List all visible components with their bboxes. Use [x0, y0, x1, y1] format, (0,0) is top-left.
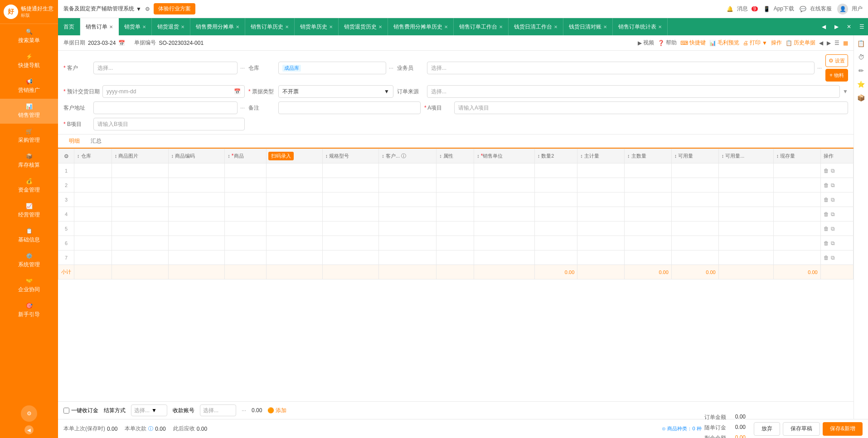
row-cell[interactable]: [379, 236, 436, 250]
receipt-more-btn[interactable]: ···: [242, 407, 246, 414]
col-main-unit[interactable]: ↕ 主计量: [577, 149, 625, 164]
warehouse-more-btn[interactable]: ···: [389, 65, 393, 71]
history-btn[interactable]: 📋 历史单据: [786, 39, 815, 47]
tab-home[interactable]: 首页: [58, 18, 80, 35]
title-dropdown-icon[interactable]: ▼: [136, 6, 141, 12]
settlement-select[interactable]: 选择... ▼: [131, 404, 167, 416]
row-cell[interactable]: [534, 207, 577, 221]
row-cell[interactable]: [671, 207, 718, 221]
salesperson-input[interactable]: 选择...: [427, 62, 815, 74]
row-cell[interactable]: [225, 164, 267, 178]
row-cell[interactable]: [625, 250, 672, 265]
row-cell[interactable]: [718, 250, 773, 265]
save-new-btn[interactable]: 保存&新增: [823, 422, 863, 436]
sidebar-collapse-btn[interactable]: ◀: [24, 425, 34, 434]
row-cell[interactable]: [577, 193, 625, 207]
row-cell[interactable]: [112, 193, 168, 207]
row-cell[interactable]: [718, 193, 773, 207]
row-cell[interactable]: [112, 236, 168, 250]
one-click-payment-checkbox[interactable]: 一键收订金: [63, 407, 98, 414]
row-cell[interactable]: [625, 164, 672, 178]
row-cell[interactable]: [718, 236, 773, 250]
next-record-btn[interactable]: ▶: [827, 40, 831, 46]
rfloat-btn-4[interactable]: ⭐: [855, 78, 868, 91]
row-cell[interactable]: [773, 193, 820, 207]
order-source-input[interactable]: 选择...: [427, 85, 840, 98]
tab-daily-workbench[interactable]: 钱货日清工作台 ✕: [509, 18, 563, 35]
add-receipt-btn[interactable]: 🟠 添加: [267, 407, 286, 414]
customer-more-btn[interactable]: ···: [240, 65, 245, 71]
discard-btn[interactable]: 放弃: [754, 422, 780, 436]
row-cell[interactable]: [74, 221, 112, 236]
row-cell[interactable]: [773, 250, 820, 265]
row-cell[interactable]: [625, 178, 672, 193]
tab-close-workbench[interactable]: ✕: [499, 24, 503, 29]
tab-next-btn[interactable]: ▶: [830, 18, 843, 35]
row-cell[interactable]: [718, 221, 773, 236]
row-cell[interactable]: [74, 207, 112, 221]
sidebar-item-inventory[interactable]: 📦 库存核算: [0, 149, 58, 173]
receipt-select[interactable]: 选择...: [200, 404, 236, 416]
prev-record-btn[interactable]: ◀: [819, 40, 823, 46]
user-group[interactable]: 👤 用户: [837, 4, 863, 14]
solution-btn[interactable]: 体验行业方案: [154, 3, 195, 14]
row-cell[interactable]: [625, 193, 672, 207]
row-delete-icon[interactable]: 🗑: [824, 168, 829, 174]
row-cell[interactable]: [168, 236, 225, 250]
row-cell[interactable]: [474, 178, 535, 193]
address-input[interactable]: [93, 101, 238, 114]
col-settings[interactable]: ⚙: [58, 149, 74, 164]
sidebar-item-finance[interactable]: 💰 资金管理: [0, 173, 58, 198]
row-cell[interactable]: [718, 178, 773, 193]
settings-action-btn[interactable]: ⚙设置: [825, 54, 848, 67]
row-cell[interactable]: [671, 236, 718, 250]
tab-prev-btn[interactable]: ◀: [817, 18, 830, 35]
row-cell[interactable]: [379, 193, 436, 207]
sidebar-item-guide[interactable]: 🎯 新手引导: [0, 298, 58, 323]
row-cell[interactable]: [436, 207, 474, 221]
tab-close-reconcile[interactable]: ✕: [603, 24, 607, 29]
rfloat-btn-3[interactable]: ✏: [855, 64, 868, 77]
col-unit[interactable]: ↕ *销售单位: [474, 149, 535, 164]
col-warehouse[interactable]: ↕ 仓库: [74, 149, 112, 164]
tab-menu-btn[interactable]: ☰: [855, 18, 868, 35]
col-scan[interactable]: 扫码录入: [267, 149, 323, 164]
tab-reconcile[interactable]: 钱货日清对账 ✕: [563, 18, 613, 35]
row-cell[interactable]: [168, 164, 225, 178]
row-cell[interactable]: [436, 178, 474, 193]
row-cell[interactable]: [379, 164, 436, 178]
tab-invoice-history[interactable]: 销货单历史 ✕: [295, 18, 339, 35]
row-copy-icon[interactable]: ⧉: [831, 168, 835, 174]
row-cell[interactable]: [773, 178, 820, 193]
notification-group[interactable]: 🔔 消息 9: [727, 5, 758, 13]
row-cell[interactable]: [625, 236, 672, 250]
tab-cost-history[interactable]: 销售费用分摊单历史 ✕: [388, 18, 454, 35]
row-cell[interactable]: [474, 164, 535, 178]
row-cell[interactable]: [74, 236, 112, 250]
col-main-qty[interactable]: ↕ 主数量: [625, 149, 672, 164]
customer-input[interactable]: 选择...: [93, 62, 238, 74]
row-cell[interactable]: [168, 193, 225, 207]
tab-close-sales-invoice[interactable]: ✕: [142, 24, 146, 29]
topbar-gear-icon[interactable]: ⚙: [145, 6, 150, 12]
tab-workbench[interactable]: 销售订单工作台 ✕: [454, 18, 509, 35]
col-attr[interactable]: ↕ 属性: [436, 149, 474, 164]
print-btn[interactable]: 🖨 打印 ▼: [743, 39, 767, 47]
address-more-btn[interactable]: ···: [240, 105, 245, 111]
row-cell[interactable]: [436, 221, 474, 236]
scan-btn[interactable]: 扫码录入: [268, 152, 294, 160]
row-cell[interactable]: [718, 164, 773, 178]
profit-preview-btn[interactable]: 📊 毛利预览: [709, 39, 739, 47]
row-cell[interactable]: [74, 178, 112, 193]
row-cell[interactable]: [436, 236, 474, 250]
one-click-checkbox-input[interactable]: [63, 408, 69, 414]
sidebar-item-enterprise[interactable]: 🤝 企业协同: [0, 273, 58, 298]
row-cell[interactable]: [534, 193, 577, 207]
row-cell[interactable]: [112, 250, 168, 265]
row-cell[interactable]: [534, 236, 577, 250]
tab-close-invoice-history[interactable]: ✕: [329, 24, 333, 29]
sidebar-item-marketing[interactable]: 📢 营销推广: [0, 74, 58, 99]
row-cell[interactable]: [773, 221, 820, 236]
tab-return-history[interactable]: 销货退货历史 ✕: [339, 18, 388, 35]
row-cell[interactable]: [322, 193, 379, 207]
